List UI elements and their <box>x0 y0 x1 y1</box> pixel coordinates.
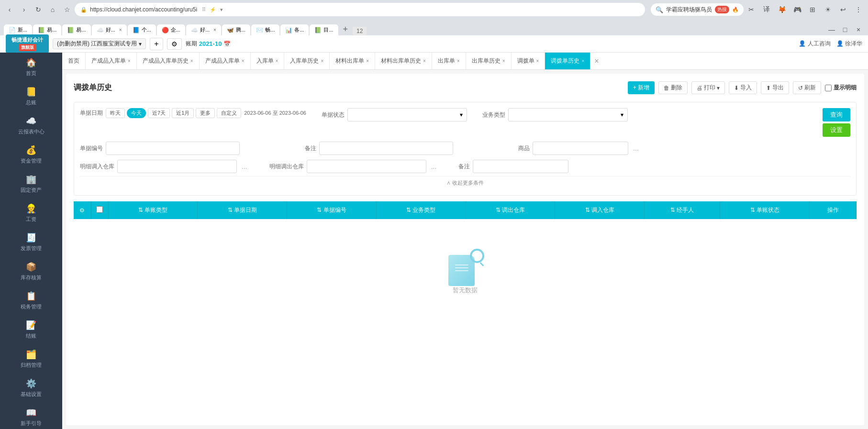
page-tab-3[interactable]: 产成品入库单 × <box>200 53 251 70</box>
sidebar-item-tax[interactable]: 📋 税务管理 <box>0 286 62 315</box>
browser-tab-7[interactable]: 🦋 腾... <box>222 24 250 35</box>
collapse-filter-button[interactable]: ∧ 收起更多条件 <box>80 176 850 189</box>
browser-tab-6[interactable]: ☁️ 好... × <box>186 24 221 35</box>
display-toggle-checkbox[interactable] <box>825 85 832 91</box>
user-info[interactable]: 👤 徐泽华 <box>836 40 862 48</box>
add-company-button[interactable]: + <box>150 38 163 50</box>
browser-tab-5[interactable]: 🔴 企... <box>157 24 185 35</box>
table-th-docstatus[interactable]: ⇅ 单账状态 <box>720 201 810 219</box>
detail-out-input[interactable] <box>307 160 426 173</box>
browser-tab-2[interactable]: 📗 易... <box>62 24 90 35</box>
table-settings-icon[interactable]: ⚙ <box>79 207 85 214</box>
game-button[interactable]: 🎮 <box>791 4 803 15</box>
page-tab-11-close[interactable]: × <box>581 58 584 64</box>
sidebar-item-invoice[interactable]: 🧾 发票管理 <box>0 228 62 257</box>
query-button[interactable]: 查询 <box>823 108 850 121</box>
date-btn-yesterday[interactable]: 昨天 <box>106 108 125 118</box>
table-th-doctype[interactable]: ⇅ 单账类型 <box>108 201 198 219</box>
import-doc-button[interactable]: ⬇ 导入 <box>729 81 757 94</box>
refresh-doc-button[interactable]: ↺ 刷新 <box>793 81 821 94</box>
detail-in-input[interactable] <box>117 160 237 173</box>
page-tab-4-close[interactable]: × <box>276 58 278 64</box>
page-tab-11[interactable]: 调拨单历史 × <box>545 53 590 70</box>
page-tab-7[interactable]: 材料出库单历史 × <box>375 53 432 70</box>
goods-input[interactable] <box>533 142 628 155</box>
browser-tab-3[interactable]: ☁️ 好... × <box>92 24 127 35</box>
page-tab-9-close[interactable]: × <box>502 58 505 64</box>
export-doc-button[interactable]: ⬆ 导出 <box>761 81 789 94</box>
settings-filter-button[interactable]: 设置 <box>823 123 850 137</box>
maximize-button[interactable]: □ <box>839 24 851 35</box>
forward-button[interactable]: › <box>18 4 30 15</box>
table-settings-th[interactable]: ⚙ <box>74 201 91 219</box>
table-th-inwarehouse[interactable]: ⇅ 调入仓库 <box>555 201 645 219</box>
extensions-button[interactable]: ✂ <box>746 4 757 15</box>
page-tab-8-close[interactable]: × <box>457 58 460 64</box>
new-doc-button[interactable]: + 新增 <box>628 81 655 94</box>
sidebar-item-payroll[interactable]: 👷 工资 <box>0 198 62 228</box>
wallet-button[interactable]: 🦊 <box>776 4 788 15</box>
page-tab-5-close[interactable]: × <box>321 58 323 64</box>
browser-tab-10[interactable]: 📗 目... <box>310 24 338 35</box>
company-selector[interactable]: (勿删勿禁用) 江西服宝测试专用 ▾ <box>53 38 146 49</box>
address-bar[interactable]: 🔒 https://cloud.chanjet.com/accounting/u… <box>75 3 645 16</box>
tab-close-6[interactable]: × <box>213 27 216 33</box>
print-doc-button[interactable]: 🖨 打印 ▾ <box>691 81 725 94</box>
browser-tab-4[interactable]: 📘 个... <box>128 24 156 35</box>
settings-gear-button[interactable]: ⚙ <box>167 38 182 50</box>
date-btn-7days[interactable]: 近7天 <box>148 108 170 118</box>
sidebar-item-asset[interactable]: 🏢 固定资产 <box>0 169 62 198</box>
date-btn-custom[interactable]: 自定义 <box>217 108 241 118</box>
page-tab-2-close[interactable]: × <box>190 58 193 64</box>
close-all-tabs-button[interactable]: × <box>590 57 602 66</box>
tab-count-badge[interactable]: 12 <box>353 27 367 35</box>
sidebar-item-home[interactable]: 🏠 首页 <box>0 53 62 82</box>
page-tab-8[interactable]: 出库单 × <box>432 53 466 70</box>
browser-tab-8[interactable]: ✉️ 畅... <box>251 24 279 35</box>
theme-button[interactable]: ☀ <box>822 4 834 15</box>
tab-close-3[interactable]: × <box>119 27 122 33</box>
goods-more-icon[interactable]: ... <box>633 144 639 152</box>
minimize-button[interactable]: — <box>826 24 837 35</box>
table-th-docno[interactable]: ⇅ 单据编号 <box>287 201 377 219</box>
close-window-button[interactable]: × <box>853 24 864 35</box>
page-tab-6-close[interactable]: × <box>366 58 369 64</box>
status-select[interactable]: ▾ <box>347 108 467 121</box>
page-tab-9[interactable]: 出库单历史 × <box>466 53 512 70</box>
page-tab-7-close[interactable]: × <box>423 58 426 64</box>
table-th-docdate[interactable]: ⇅ 单据日期 <box>198 201 287 219</box>
doc-no-input[interactable] <box>106 142 240 155</box>
sidebar-item-archive[interactable]: 🗂️ 归档管理 <box>0 344 62 374</box>
page-tab-5[interactable]: 入库单历史 × <box>284 53 330 70</box>
browser-tab-1[interactable]: 📗 易... <box>33 24 61 35</box>
history-back[interactable]: ↩ <box>837 4 849 15</box>
page-tab-10-close[interactable]: × <box>536 58 539 64</box>
reload-button[interactable]: ↻ <box>33 4 44 15</box>
select-all-checkbox[interactable] <box>96 206 103 213</box>
table-checkbox-th[interactable] <box>91 201 108 219</box>
back-button[interactable]: ‹ <box>4 4 15 15</box>
sidebar-item-fund[interactable]: 💰 资金管理 <box>0 140 62 169</box>
date-btn-today[interactable]: 今天 <box>127 108 146 118</box>
page-tab-6[interactable]: 材料出库单 × <box>330 53 375 70</box>
detail-out-more-icon[interactable]: ... <box>431 163 437 170</box>
date-btn-1month[interactable]: 近1月 <box>172 108 194 118</box>
page-tab-1[interactable]: 产成品入库单 × <box>86 53 137 70</box>
page-tab-2[interactable]: 产成品入库单历史 × <box>137 53 200 70</box>
page-tab-10[interactable]: 调拨单 × <box>512 53 545 70</box>
date-btn-more[interactable]: 更多 <box>196 108 215 118</box>
page-tab-home[interactable]: 首页 <box>62 53 86 70</box>
note2-input[interactable] <box>473 160 568 173</box>
page-tab-1-close[interactable]: × <box>128 58 131 64</box>
sidebar-item-report[interactable]: ☁️ 云报表中心 <box>0 111 62 140</box>
layout-button[interactable]: ⊞ <box>807 4 818 15</box>
note-input[interactable] <box>319 142 453 155</box>
sidebar-item-guide[interactable]: 📖 新手引导 <box>0 403 62 429</box>
table-th-handler[interactable]: ⇅ 经手人 <box>645 201 720 219</box>
sidebar-item-settings[interactable]: ⚙️ 基础设置 <box>0 374 62 403</box>
search-bar[interactable]: 🔍 学霸应聘场驱鸟员 热搜 🔥 <box>651 3 744 16</box>
sidebar-item-inventory[interactable]: 📦 库存核算 <box>0 257 62 286</box>
page-tab-3-close[interactable]: × <box>242 58 245 64</box>
bookmark-button[interactable]: ☆ <box>61 4 73 15</box>
browser-tab-0[interactable]: 📄 新... <box>4 24 32 35</box>
